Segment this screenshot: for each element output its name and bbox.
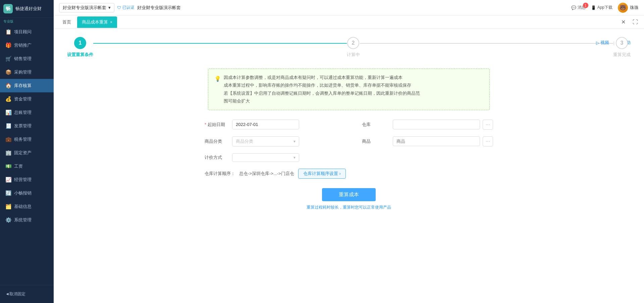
sidebar-item-finance[interactable]: 💰 资金管理 (0, 92, 54, 106)
calendar-icon[interactable]: 📅 (296, 122, 299, 127)
stepper: 1 设置重算条件 2 计算中 3 重算完成 ▷ 视频 | ? (67, 37, 631, 58)
message-icon: 💬 (571, 5, 576, 10)
marketing-icon: 🎁 (5, 42, 11, 48)
tab-close-icon[interactable]: × (110, 20, 112, 25)
step-1-num: 1 (79, 40, 82, 46)
expense-icon: 🔄 (5, 190, 11, 196)
warehouse-more-button[interactable]: ··· (483, 120, 493, 130)
salary-icon: 💵 (5, 163, 11, 169)
step-2-num: 2 (352, 40, 355, 46)
tax-icon: 💼 (5, 136, 11, 142)
category-label: 商品分类 (205, 138, 228, 144)
goods-input[interactable] (393, 136, 480, 146)
step-2-circle: 2 (347, 37, 359, 49)
pricing-group: 计价方式 ▾ (205, 153, 493, 162)
sidebar-item-basic[interactable]: 🗂️ 基础信息 (0, 200, 54, 213)
cancel-pin-button[interactable]: ◄取消固定 (0, 288, 54, 300)
sidebar-item-operation[interactable]: 📈 经营管理 (0, 173, 54, 186)
form-row-1: 起始日期 📅 仓库 ··· (205, 120, 493, 130)
notice-content: 因成本计算参数调整，或是对商品成本有疑问时，可以通过成本重算功能，重新计算一遍成… (224, 74, 420, 105)
sidebar-item-asset[interactable]: 🏢 固定资产 (0, 146, 54, 160)
message-button[interactable]: 💬 消息 1 (571, 5, 586, 10)
start-date-picker[interactable]: 📅 (232, 120, 299, 129)
pricing-select[interactable]: ▾ (232, 153, 299, 162)
sidebar-item-salary[interactable]: 💵 工资 (0, 160, 54, 173)
tab-recalc-label: 商品成本重算 (82, 19, 108, 25)
step-2: 2 计算中 (347, 37, 360, 58)
sidebar-item-label: 经营管理 (14, 177, 32, 183)
system-icon: ⚙️ (5, 217, 11, 223)
topbar-account-name: 好业财专业版演示帐套 (137, 5, 181, 11)
tabbar: 首页 商品成本重算 × ✕ ⛶ (54, 15, 644, 29)
sidebar-item-system[interactable]: ⚙️ 系统管理 (0, 213, 54, 227)
warehouse-order-settings-button[interactable]: 仓库计算顺序设置 › (298, 169, 346, 179)
start-date-input[interactable] (232, 120, 296, 129)
step-3-label: 重算完成 (613, 52, 631, 58)
cancel-pin-label: ◄取消固定 (5, 291, 25, 297)
sidebar-item-label: 总账管理 (14, 110, 32, 116)
sidebar-item-label: 工资 (14, 163, 23, 169)
step-3: 3 重算完成 (613, 37, 631, 58)
category-select-text: 商品分类 (236, 138, 253, 144)
main-area: 好业财专业版演示帐套 ▾ 🛡 已认证 好业财专业版演示帐套 💬 消息 1 📱 A… (54, 0, 644, 303)
step-1-circle: 1 (74, 37, 86, 49)
user-avatar[interactable]: 🐻 珠珠 (618, 3, 639, 13)
recalc-button[interactable]: 重算成本 (322, 188, 376, 201)
account-select-arrow: ▾ (108, 5, 111, 10)
sidebar-item-label: 固定资产 (14, 150, 32, 156)
account-select[interactable]: 好业财专业版演示帐套 ▾ (59, 3, 114, 12)
message-badge: 1 (583, 3, 588, 8)
warehouse-group: 仓库 ··· (348, 120, 493, 130)
sidebar-item-expense[interactable]: 🔄 小畅报销 (0, 186, 54, 200)
sidebar-item-purchase[interactable]: 📦 采购管理 (0, 66, 54, 79)
sales-icon: 🛒 (5, 56, 11, 62)
goods-group: 商品 ··· (348, 136, 493, 146)
sidebar-item-label: 小畅报销 (14, 190, 32, 196)
sidebar-item-accounting[interactable]: 📊 总账管理 (0, 106, 54, 119)
goods-label: 商品 (362, 138, 389, 144)
goods-more-button[interactable]: ··· (483, 136, 493, 146)
tab-recalc[interactable]: 商品成本重算 × (77, 16, 117, 28)
basic-icon: 🗂️ (5, 204, 11, 210)
topbar-right: 💬 消息 1 📱 App下载 🐻 珠珠 (571, 3, 639, 13)
finance-icon: 💰 (5, 96, 11, 102)
recalc-section: 重算成本 重算过程耗时较长，重算时您可以正常使用产品 (205, 188, 493, 210)
sidebar-item-label: 销售管理 (14, 56, 32, 62)
tab-home[interactable]: 首页 (58, 16, 76, 28)
recalc-note: 重算过程耗时较长，重算时您可以正常使用产品 (307, 205, 391, 210)
start-date-label: 起始日期 (205, 122, 228, 128)
sidebar-item-invoice[interactable]: 🧾 发票管理 (0, 119, 54, 133)
warehouse-label: 仓库 (362, 122, 389, 128)
content-area: 1 设置重算条件 2 计算中 3 重算完成 ▷ 视频 | ? (54, 29, 644, 303)
close-panel-button[interactable]: ✕ (619, 17, 628, 27)
notice-line4: 围可能会扩大 (224, 97, 420, 105)
expand-panel-button[interactable]: ⛶ (631, 17, 640, 27)
sidebar-item-label: 项目顾问 (14, 29, 32, 35)
step-1: 1 设置重算条件 (67, 37, 93, 58)
project-icon: 📋 (5, 29, 11, 35)
asset-icon: 🏢 (5, 150, 11, 156)
sidebar-item-project[interactable]: 📋 项目顾问 (0, 25, 54, 39)
step-line-1 (93, 43, 347, 44)
purchase-icon: 📦 (5, 69, 11, 75)
avatar-image: 🐻 (618, 3, 628, 13)
sidebar-item-marketing[interactable]: 🎁 营销推广 (0, 39, 54, 52)
video-link[interactable]: ▷ 视频 (596, 40, 609, 46)
step-1-label: 设置重算条件 (67, 52, 93, 58)
operation-icon: 📈 (5, 177, 11, 183)
category-select[interactable]: 商品分类 ▾ (232, 136, 299, 146)
sidebar-item-label: 采购管理 (14, 69, 32, 75)
sidebar-item-inventory[interactable]: 🏠 库存核算 (0, 79, 54, 92)
app-download-button[interactable]: 📱 App下载 (591, 5, 612, 10)
sidebar-item-tax[interactable]: 💼 税务管理 (0, 133, 54, 146)
warehouse-order-row: 仓库计算顺序： 总仓->深圳仓库->...->门店仓 仓库计算顺序设置 › (205, 169, 493, 179)
sidebar-item-label: 库存核算 (14, 83, 32, 89)
topbar: 好业财专业版演示帐套 ▾ 🛡 已认证 好业财专业版演示帐套 💬 消息 1 📱 A… (54, 0, 644, 15)
warehouse-input[interactable] (393, 120, 480, 129)
accounting-icon: 📊 (5, 110, 11, 116)
tabbar-right: ✕ ⛶ (619, 17, 640, 27)
sidebar-logo: 畅 畅捷通好业财 (0, 0, 54, 18)
sidebar-bottom: ◄取消固定 (0, 285, 54, 303)
recalc-btn-label: 重算成本 (339, 191, 359, 197)
sidebar-item-sales[interactable]: 🛒 销售管理 (0, 52, 54, 66)
